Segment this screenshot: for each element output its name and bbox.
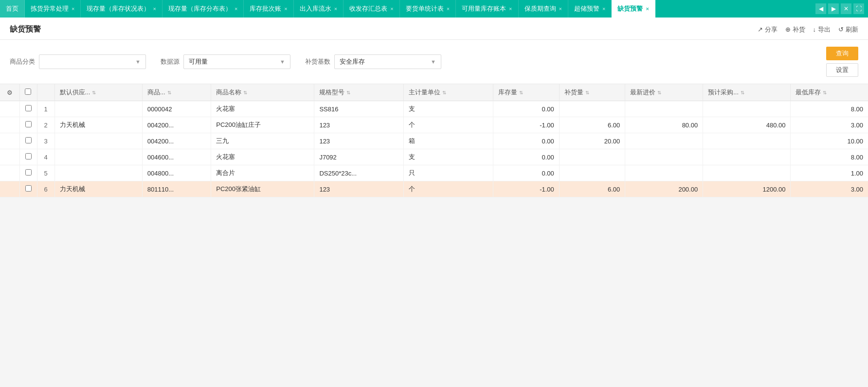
table-container: ⚙ 默认供应... ⇅ 商品...	[0, 84, 868, 197]
row-supplier-cell	[54, 165, 142, 181]
replenish-label: 补货基数	[305, 57, 330, 66]
spec-column-header[interactable]: 规格型号 ⇅	[314, 84, 404, 101]
nav-item-order-stat[interactable]: 要货单统计表 ×	[400, 0, 456, 18]
row-checkbox-cell[interactable]	[19, 101, 37, 117]
table-row[interactable]: 6 力天机械 801110... PC200张紧油缸 123 个 -1.00 6…	[0, 181, 868, 197]
row-min-stock-cell: 8.00	[791, 149, 868, 165]
nav-item-stock-dist[interactable]: 现存量（库存分布表） ×	[163, 0, 244, 18]
row-settings-cell	[0, 101, 19, 117]
row-code-cell: 004200...	[142, 117, 211, 133]
row-checkbox-cell[interactable]	[19, 133, 37, 149]
row-settings-cell	[0, 117, 19, 133]
row-checkbox[interactable]	[25, 185, 32, 192]
nav-item-shortage[interactable]: 缺货预警 ×	[612, 0, 655, 18]
close-icon[interactable]: ×	[646, 6, 649, 12]
nav-item-available[interactable]: 可用量库存账本 ×	[456, 0, 518, 18]
latest-price-column-header[interactable]: 最新进价 ⇅	[625, 84, 703, 101]
export-action[interactable]: ↓ 导出	[813, 25, 831, 34]
code-column-header[interactable]: 商品... ⇅	[142, 84, 211, 101]
row-name-cell: 三九	[211, 133, 314, 149]
nav-item-flow[interactable]: 出入库流水 ×	[294, 0, 344, 18]
table-row[interactable]: 1 0000042 火花塞 SS816 支 0.00 8.00	[0, 101, 868, 117]
row-settings-cell	[0, 149, 19, 165]
row-unit-cell: 箱	[404, 133, 493, 149]
table-row[interactable]: 4 004600... 火花塞 J7092 支 0.00 8.00	[0, 149, 868, 165]
row-replenish-cell: 6.00	[559, 117, 625, 133]
row-latest-price-cell: 200.00	[625, 181, 703, 197]
chevron-down-icon: ▼	[431, 59, 436, 65]
share-action[interactable]: ↗ 分享	[758, 25, 778, 34]
table-body: 1 0000042 火花塞 SS816 支 0.00 8.00 2 力天机械 0…	[0, 101, 868, 197]
sort-icon: ⇅	[346, 90, 350, 95]
row-checkbox-cell[interactable]	[19, 149, 37, 165]
row-min-stock-cell: 1.00	[791, 165, 868, 181]
close-icon[interactable]: ×	[602, 6, 605, 12]
row-spec-cell: SS816	[314, 101, 404, 117]
supplier-column-header[interactable]: 默认供应... ⇅	[54, 84, 142, 101]
table-row[interactable]: 2 力天机械 004200... PC200油缸庄子 123 个 -1.00 6…	[0, 117, 868, 133]
nav-bar: 首页 拣货异常处理 × 现存量（库存状况表） × 现存量（库存分布表） × 库存…	[0, 0, 868, 18]
datasource-select[interactable]: 可用量 ▼	[183, 54, 290, 69]
datasource-label: 数据源	[161, 57, 180, 66]
name-column-header[interactable]: 商品名称 ⇅	[211, 84, 314, 101]
row-checkbox-cell[interactable]	[19, 117, 37, 133]
close-icon[interactable]: ×	[559, 6, 562, 12]
nav-item-batch[interactable]: 库存批次账 ×	[244, 0, 293, 18]
replenish-column-header[interactable]: 补货量 ⇅	[559, 84, 625, 101]
close-icon[interactable]: ×	[235, 6, 237, 12]
nav-item-picking[interactable]: 拣货异常处理 ×	[25, 0, 81, 18]
row-checkbox[interactable]	[25, 153, 32, 159]
row-min-stock-cell: 8.00	[791, 101, 868, 117]
chevron-down-icon: ▼	[135, 59, 141, 65]
row-checkbox[interactable]	[25, 121, 32, 127]
nav-prev-button[interactable]: ◀	[815, 3, 826, 14]
replenish-action[interactable]: ⊕ 补货	[785, 25, 805, 34]
row-stock-cell: -1.00	[493, 181, 559, 197]
row-replenish-cell	[559, 149, 625, 165]
table-row[interactable]: 3 004200... 三九 123 箱 0.00 20.00 10.00	[0, 133, 868, 149]
row-spec-cell: DS250*23c...	[314, 165, 404, 181]
nav-next-button[interactable]: ▶	[828, 3, 839, 14]
select-all-checkbox[interactable]	[25, 88, 31, 95]
close-icon[interactable]: ×	[72, 6, 74, 12]
row-checkbox-cell[interactable]	[19, 181, 37, 197]
filter-actions: 查询 设置	[826, 47, 858, 77]
settings-button[interactable]: 设置	[826, 63, 858, 77]
replenish-select[interactable]: 安全库存 ▼	[334, 54, 441, 69]
row-code-cell: 801110...	[142, 181, 211, 197]
stock-column-header[interactable]: 库存量 ⇅	[493, 84, 559, 101]
row-replenish-cell: 20.00	[559, 133, 625, 149]
nav-expand-button[interactable]: ⛶	[853, 3, 864, 14]
row-name-cell: PC200张紧油缸	[211, 181, 314, 197]
row-supplier-cell	[54, 133, 142, 149]
row-unit-cell: 个	[404, 181, 493, 197]
row-checkbox[interactable]	[25, 169, 32, 176]
unit-column-header[interactable]: 主计量单位 ⇅	[404, 84, 493, 101]
est-purchase-column-header[interactable]: 预计采购... ⇅	[703, 84, 791, 101]
close-icon[interactable]: ×	[153, 6, 156, 12]
close-icon[interactable]: ×	[509, 6, 512, 12]
min-stock-column-header[interactable]: 最低库存 ⇅	[791, 84, 868, 101]
table-row[interactable]: 5 004800... 离合片 DS250*23c... 只 0.00 1.00	[0, 165, 868, 181]
close-icon[interactable]: ×	[447, 6, 450, 12]
sort-icon: ⇅	[519, 90, 523, 95]
nav-item-home[interactable]: 首页	[0, 0, 25, 18]
settings-column-header[interactable]: ⚙	[0, 84, 19, 101]
nav-item-stock-status[interactable]: 现存量（库存状况表） ×	[81, 0, 162, 18]
row-checkbox-cell[interactable]	[19, 165, 37, 181]
nav-item-overstock[interactable]: 超储预警 ×	[568, 0, 612, 18]
query-button[interactable]: 查询	[826, 47, 858, 60]
row-name-cell: PC200油缸庄子	[211, 117, 314, 133]
refresh-action[interactable]: ↺ 刷新	[838, 25, 858, 34]
close-icon[interactable]: ×	[390, 6, 393, 12]
close-icon[interactable]: ×	[284, 6, 287, 12]
close-icon[interactable]: ×	[334, 6, 337, 12]
nav-item-summary[interactable]: 收发存汇总表 ×	[344, 0, 399, 18]
row-latest-price-cell	[625, 149, 703, 165]
nav-close-button[interactable]: ✕	[841, 3, 851, 14]
row-checkbox[interactable]	[25, 105, 32, 111]
row-latest-price-cell	[625, 133, 703, 149]
nav-item-quality[interactable]: 保质期查询 ×	[519, 0, 568, 18]
category-select[interactable]: ▼	[39, 54, 146, 69]
row-checkbox[interactable]	[25, 137, 32, 143]
